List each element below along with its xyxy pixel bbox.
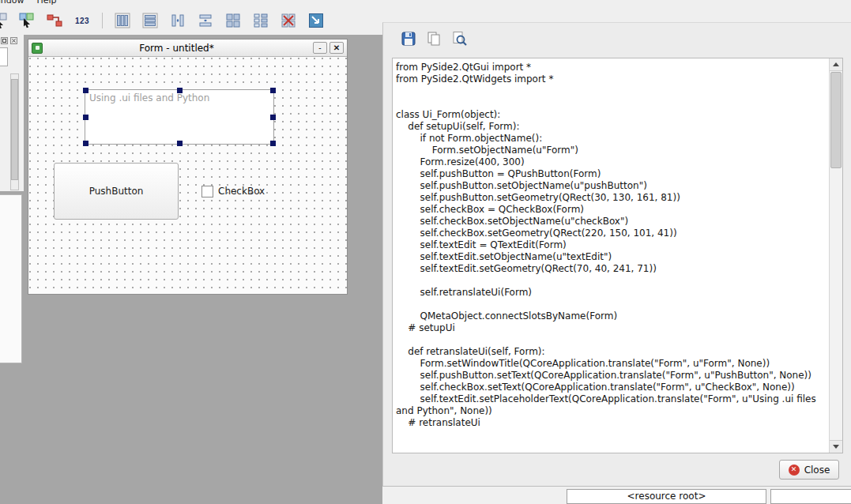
- resource-root-label: <resource root>: [627, 491, 706, 502]
- left-dock-panel-fragment: [0, 194, 22, 363]
- layout-grid-icon[interactable]: [224, 11, 243, 30]
- filter-box-fragment[interactable]: [0, 47, 8, 66]
- signals-slots-glyph: [46, 12, 63, 29]
- layout-splitter-horizontal-icon[interactable]: [168, 11, 187, 30]
- code-preview-dialog: from PySide2.QtGui import * from PySide2…: [382, 22, 851, 487]
- textedit-placeholder: Using .ui files and Python: [89, 92, 209, 103]
- form-window-title: Form - untitled*: [43, 43, 311, 54]
- save-button[interactable]: [399, 29, 418, 48]
- form-canvas[interactable]: Using .ui files and Python PushButton Ch…: [28, 57, 347, 294]
- code-editor[interactable]: from PySide2.QtGui import * from PySide2…: [392, 58, 843, 453]
- edit-widgets-glyph: [18, 12, 36, 29]
- edit-tab-order-icon[interactable]: 123: [73, 11, 92, 30]
- form-designer-window: Form - untitled* - ✕ Using .ui files and…: [28, 39, 348, 295]
- form-layout-glyph: [252, 12, 269, 29]
- layout-form-icon[interactable]: [251, 11, 270, 30]
- checkbox-indicator[interactable]: [201, 186, 213, 197]
- selection-handle[interactable]: [83, 88, 88, 93]
- layout-horizontal-glyph: [114, 12, 131, 29]
- layout-vertical-glyph: [141, 12, 159, 29]
- textedit-widget[interactable]: Using .ui files and Python: [85, 89, 274, 145]
- selection-handle[interactable]: [83, 141, 88, 146]
- layout-vertical-icon[interactable]: [141, 11, 160, 30]
- selection-handle[interactable]: [83, 115, 88, 120]
- edit-widgets-tool-icon[interactable]: [0, 11, 9, 30]
- close-button[interactable]: ✕: [329, 42, 344, 54]
- selection-handle[interactable]: [270, 141, 276, 146]
- widget-grid-cursor-icon: [0, 12, 8, 29]
- scroll-down-icon[interactable]: [830, 440, 842, 453]
- find-icon: [450, 30, 468, 47]
- qt-designer-window: Window Help 123: [0, 0, 851, 504]
- minimize-button[interactable]: -: [313, 42, 327, 54]
- left-scrollbar[interactable]: [10, 73, 19, 190]
- scroll-up-icon[interactable]: [830, 58, 842, 71]
- resource-tree[interactable]: <resource root>: [567, 489, 766, 504]
- layout-horizontal-icon[interactable]: [113, 11, 132, 30]
- grid-layout-glyph: [224, 12, 242, 29]
- edit-widgets-icon[interactable]: [17, 11, 36, 30]
- copy-button[interactable]: [424, 29, 443, 48]
- form-window-icon: [32, 43, 43, 54]
- close-button-label: Close: [804, 465, 830, 476]
- menu-help[interactable]: Help: [36, 0, 56, 6]
- adjust-size-glyph: [307, 12, 325, 29]
- resource-browser-strip: <resource root>: [382, 487, 851, 504]
- left-scrollbar-thumb[interactable]: [11, 79, 18, 180]
- toolbar-separator: [102, 13, 103, 28]
- dock-float-icon[interactable]: [1, 37, 8, 44]
- checkbox-label: CheckBox: [218, 186, 265, 197]
- code-text[interactable]: from PySide2.QtGui import * from PySide2…: [396, 62, 828, 449]
- splitter-vertical-glyph: [197, 12, 214, 29]
- selection-handle[interactable]: [270, 115, 276, 120]
- layout-splitter-vertical-icon[interactable]: [196, 11, 215, 30]
- dock-close-icon[interactable]: [10, 37, 17, 44]
- break-layout-icon[interactable]: [279, 11, 298, 30]
- splitter-horizontal-glyph: [169, 12, 186, 29]
- find-button[interactable]: [450, 29, 469, 48]
- widget-box-dock-fragment: [0, 35, 24, 191]
- close-circle-icon: ✕: [789, 465, 800, 476]
- form-window-titlebar[interactable]: Form - untitled* - ✕: [28, 39, 347, 57]
- tab-order-numbers: 123: [75, 17, 89, 25]
- edit-signals-slots-icon[interactable]: [45, 11, 64, 30]
- code-scrollbar-thumb[interactable]: [830, 72, 842, 168]
- break-layout-glyph: [280, 12, 297, 29]
- checkbox-widget[interactable]: CheckBox: [201, 184, 265, 198]
- float-glyph: [2, 39, 6, 43]
- selection-handle[interactable]: [177, 88, 183, 93]
- menu-window[interactable]: Window: [0, 0, 24, 6]
- pushbutton-widget[interactable]: PushButton: [54, 163, 179, 220]
- close-glyph: [12, 39, 16, 43]
- adjust-size-icon[interactable]: [307, 11, 326, 30]
- save-icon: [400, 30, 417, 47]
- code-scrollbar[interactable]: [829, 58, 842, 453]
- selection-handle[interactable]: [270, 88, 276, 93]
- selection-handle[interactable]: [177, 141, 183, 146]
- menubar: Window Help: [0, 0, 851, 6]
- preview-toolbar: [399, 29, 469, 48]
- close-dialog-button[interactable]: ✕ Close: [779, 460, 839, 480]
- copy-icon: [425, 30, 442, 47]
- resource-side-panel[interactable]: [770, 489, 851, 504]
